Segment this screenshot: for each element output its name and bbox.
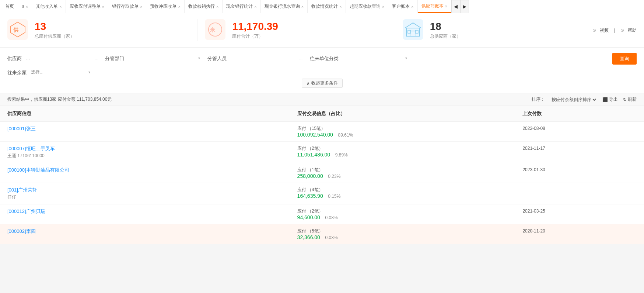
filter-row-2: 往来余额 ▾ xyxy=(7,68,637,77)
close-icon[interactable]: × xyxy=(216,4,218,9)
wheat-icon: 米 xyxy=(205,19,227,41)
stat-ap-suppliers-label: 总应付供应商（家） xyxy=(35,33,74,39)
tx-amount[interactable]: 164,635.90 xyxy=(297,193,323,199)
supplier-link[interactable]: [000100]本特勤油品有限公司 xyxy=(7,167,69,173)
nav-tab-prepay-ar[interactable]: 预收冲应收单 × xyxy=(146,0,184,13)
export-icon: ⬛ xyxy=(602,97,608,102)
nav-tab-other-income[interactable]: 其他收入单 × xyxy=(32,0,66,13)
close-icon[interactable]: × xyxy=(382,4,384,9)
last-date: 2022-08-08 xyxy=(522,126,545,131)
nav-tab-customer-ledger[interactable]: 客户账本 × xyxy=(388,0,417,13)
filter-category: 往来单位分类 ▾ xyxy=(310,54,407,63)
nav-right-arrow[interactable]: ▶ xyxy=(460,0,469,13)
tx-percent: 89.61% xyxy=(338,132,353,138)
svg-rect-3 xyxy=(205,19,225,40)
tx-amount-row: 94,600.00 0.08% xyxy=(297,214,508,220)
dept-input[interactable] xyxy=(126,54,198,62)
supplier-link[interactable]: [000002]李四 xyxy=(7,228,36,234)
tx-amount[interactable]: 258,000.00 xyxy=(297,173,323,179)
supplier-cell: [000002]李四 xyxy=(0,224,290,244)
nav-tab-cash-bank-stat[interactable]: 现金银行统计 × xyxy=(223,0,260,13)
balance-dropdown[interactable]: ▾ xyxy=(29,68,90,77)
table-row: [001]广州荣轩 仔仔 应付 （4笔） 164,635.90 0.15% xyxy=(0,183,644,204)
stat-ap-total-number: 11,170.39 xyxy=(232,21,278,32)
supplier-link[interactable]: [000012]广州贝瑞 xyxy=(7,208,45,214)
collapse-button[interactable]: ∧ 收起更多条件 xyxy=(302,79,343,88)
export-button[interactable]: ⬛ 导出 xyxy=(602,96,618,103)
export-label: 导出 xyxy=(609,96,618,103)
balance-input[interactable] xyxy=(29,68,88,76)
table-row: [000012]广州贝瑞 应付 （2笔） 94,600.00 0.08% 202… xyxy=(0,204,644,224)
collapse-bar: ∧ 收起更多条件 xyxy=(7,79,637,88)
sort-select[interactable]: 按应付余额倒序排序 xyxy=(550,97,597,103)
last-date: 2021-11-17 xyxy=(522,146,545,151)
table-row: [000007]恒旺二手叉车 王通 17106110000 应付 （2笔） 11… xyxy=(0,142,644,163)
table-row: [000100]本特勤油品有限公司 应付 （1笔） 258,000.00 0.2… xyxy=(0,163,644,183)
filter-dept: 分管部门 ▾ xyxy=(105,54,200,63)
close-icon[interactable]: × xyxy=(411,4,413,9)
tx-label: 应付 （2笔） xyxy=(297,145,508,152)
close-icon[interactable]: × xyxy=(102,4,104,9)
close-icon[interactable]: × xyxy=(26,4,28,9)
stat-total-suppliers-label: 总供应商（家） xyxy=(430,33,461,39)
tx-percent: 0.23% xyxy=(328,174,340,179)
nav-tab-home-label: 首页 xyxy=(5,3,14,10)
stat-card-ap-total: 米 11,170.39 应付合计（万） xyxy=(205,19,395,41)
nav-tab-cash-bank-query[interactable]: 现金银行流水查询 × xyxy=(261,0,308,13)
close-icon[interactable]: × xyxy=(301,4,304,9)
tx-amount[interactable]: 11,051,486.00 xyxy=(297,152,330,158)
category-dropdown[interactable]: ▾ xyxy=(341,54,407,63)
nav-tab-supplier-ledger[interactable]: 供应商账本 × xyxy=(418,0,451,13)
person-input[interactable] xyxy=(229,54,300,62)
nav-tab-overdue-ar[interactable]: 超期应收款查询 × xyxy=(346,0,388,13)
tx-label: 应付 （1笔） xyxy=(297,167,508,173)
close-icon[interactable]: × xyxy=(339,4,342,9)
close-icon[interactable]: × xyxy=(178,4,180,9)
tx-amount[interactable]: 100,092,540.00 xyxy=(297,132,333,138)
stat-ap-total-info: 11,170.39 应付合计（万） xyxy=(232,21,278,39)
supplier-link[interactable]: [000001]张三 xyxy=(7,126,36,131)
top-right-links: ⊙ 视频 ｜ ⊙ 帮助 xyxy=(592,27,637,34)
supplier-input[interactable] xyxy=(24,54,95,62)
close-icon[interactable]: × xyxy=(140,4,142,9)
nav-tab-collection-stat[interactable]: 收款情况统计 × xyxy=(308,0,346,13)
nav-tab-bank-deposit[interactable]: 银行存取款单 × xyxy=(108,0,146,13)
nav-tab-3[interactable]: 3 × xyxy=(18,0,32,13)
last-date-cell: 2021-11-17 xyxy=(515,142,644,163)
tx-amount[interactable]: 32,366.00 xyxy=(297,234,320,240)
tx-amount[interactable]: 94,600.00 xyxy=(297,214,320,220)
result-bar: 搜索结果中，供应商13家 应付金额 111,703,854.00元 排序： 按应… xyxy=(0,93,644,106)
refresh-button[interactable]: ↻ 刷新 xyxy=(623,96,637,103)
supplier-link[interactable]: [000007]恒旺二手叉车 xyxy=(7,146,55,151)
last-date-cell xyxy=(515,183,644,204)
nav-tab-home[interactable]: 首页 xyxy=(1,0,18,13)
category-input[interactable] xyxy=(341,54,405,62)
close-icon[interactable]: × xyxy=(59,4,62,9)
tx-amount-row: 258,000.00 0.23% xyxy=(297,173,508,179)
last-date: 2020-11-20 xyxy=(522,228,545,234)
last-date: 2023-01-30 xyxy=(522,167,545,172)
query-button[interactable]: 查询 xyxy=(612,53,637,65)
video-link[interactable]: 视频 xyxy=(600,27,609,34)
supplier-link[interactable]: [001]广州荣轩 xyxy=(7,187,37,193)
nav-left-arrow[interactable]: ◀ xyxy=(451,0,460,13)
suppliers-table: 供应商信息 应付交易信息（占比） 上次付数 [000001]张三 应付 （15笔… xyxy=(0,106,644,244)
close-icon[interactable]: × xyxy=(445,4,447,8)
table-body: [000001]张三 应付 （15笔） 100,092,540.00 89.61… xyxy=(0,122,644,244)
last-date-cell: 2021-03-25 xyxy=(515,204,644,224)
person-dropdown[interactable]: ... xyxy=(229,54,302,63)
help-link[interactable]: 帮助 xyxy=(628,27,637,34)
svg-text:供: 供 xyxy=(13,27,19,33)
tx-amount-row: 164,635.90 0.15% xyxy=(297,193,508,199)
tx-amount-row: 100,092,540.00 89.61% xyxy=(297,132,508,138)
nav-tab-collection-exec[interactable]: 收款核销执行 × xyxy=(185,0,223,13)
filter-row-1: 供应商 ... 分管部门 ▾ 分管人员 ... 往来单位分类 xyxy=(7,53,637,65)
nav-tab-ar-ap-adjust[interactable]: 应收应付调整单 × xyxy=(66,0,108,13)
dept-dropdown[interactable]: ▾ xyxy=(126,54,200,63)
collapse-btn-label: 收起更多条件 xyxy=(311,80,338,86)
nav-tab-overdue-ar-label: 超期应收款查询 xyxy=(350,3,381,10)
tx-percent: 0.08% xyxy=(325,215,338,220)
stat-total-suppliers-number: 18 xyxy=(430,21,461,32)
supplier-dropdown[interactable]: ... xyxy=(24,54,98,63)
close-icon[interactable]: × xyxy=(254,4,256,9)
